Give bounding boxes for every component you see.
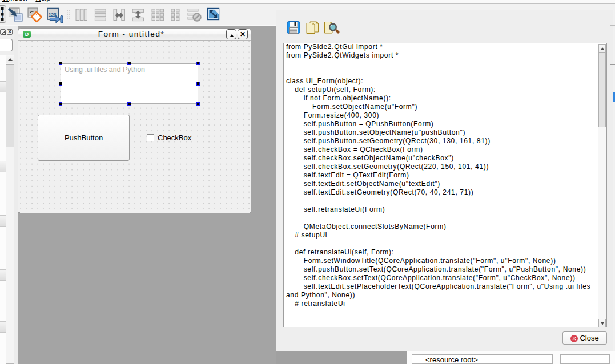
svg-text:123: 123 bbox=[49, 11, 57, 18]
